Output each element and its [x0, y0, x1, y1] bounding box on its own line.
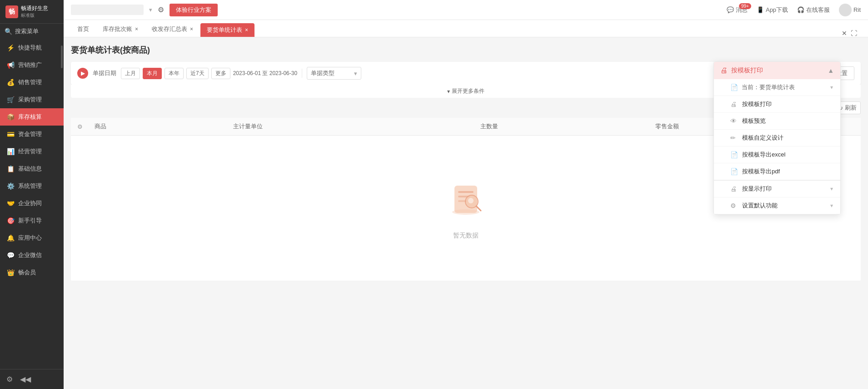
sidebar-item-sales[interactable]: 💰 销售管理 [0, 74, 64, 91]
gear-icon[interactable]: ⚙ [77, 123, 83, 130]
trial-button[interactable]: 体验行业方案 [170, 4, 218, 16]
template-print-item[interactable]: 🖨 按模板打印 [714, 96, 840, 113]
user-avatar-icon [839, 4, 852, 16]
logo-icon: 畅 [5, 5, 18, 18]
sidebar-item-cooperation[interactable]: 🤝 企业协同 [0, 195, 64, 212]
tab-collapse-icon[interactable]: ✕ [842, 30, 847, 37]
template-export-pdf-item[interactable]: 📄 按模板导出pdf [714, 163, 840, 180]
date-btn-this-month[interactable]: 本月 [143, 68, 162, 79]
system-icon: ⚙️ [6, 182, 15, 190]
online-service-label: 在线客服 [806, 6, 830, 14]
svg-point-7 [468, 198, 474, 203]
date-range-display: 2023-06-01 至 2023-06-30 [233, 70, 297, 77]
chevron-down-icon: ▾ [830, 84, 833, 91]
basic-icon: 📋 [6, 165, 15, 173]
sales-icon: 💰 [6, 78, 15, 86]
order-type-select[interactable]: 单据类型 ▾ [307, 67, 361, 80]
chevron-down-icon: ▾ [149, 6, 152, 13]
topbar-gear-icon[interactable]: ⚙ [158, 5, 164, 14]
col-unit: 主计量单位 [228, 118, 475, 136]
logo-text: 畅通好生意 标准版 [21, 5, 48, 19]
tab-receipt-summary-close[interactable]: × [190, 26, 193, 32]
sidebar-item-quick-nav[interactable]: ⚡ 快捷导航 [0, 39, 64, 56]
sidebar-item-basic[interactable]: 📋 基础信息 [0, 160, 64, 177]
sidebar-item-wechat[interactable]: 💬 企业微信 [0, 247, 64, 264]
date-btn-7days[interactable]: 近7天 [186, 68, 209, 79]
pdf-icon: 📄 [730, 168, 738, 175]
logo-name: 畅通好生意 [21, 5, 48, 12]
template-export-excel-item[interactable]: 📄 按模板导出excel [714, 147, 840, 163]
sidebar-item-label: 销售管理 [18, 78, 42, 86]
order-type-label: 单据类型 [311, 69, 334, 77]
chevron-right-icon2: ▾ [830, 202, 833, 209]
expand-icon: ▾ [447, 88, 450, 95]
finance-icon: 💳 [6, 130, 15, 138]
page-content: 要货单统计表(按商品) ▶ 单据日期 上月 本月 本年 近7天 更多 2023-… [64, 37, 868, 389]
marketing-icon: 📢 [6, 61, 15, 69]
tab-batch-account-close[interactable]: × [135, 26, 138, 32]
messages-button[interactable]: 💬 消息 99+ [727, 6, 748, 14]
tab-expand-icon[interactable]: ⛶ [851, 30, 857, 37]
dropdown-close-icon[interactable]: ▲ [828, 67, 834, 74]
appstore-icon: 🔔 [6, 234, 15, 242]
sidebar-item-system[interactable]: ⚙️ 系统管理 [0, 177, 64, 195]
sidebar-bottom: ⚙ ◀◀ [0, 369, 64, 389]
tab-order-stats-close[interactable]: × [245, 27, 248, 33]
display-print-item[interactable]: 🖨 按显示打印 ▾ [714, 181, 840, 197]
member-icon: 👑 [6, 268, 15, 277]
template-custom-label: 模板自定义设计 [742, 134, 783, 142]
topbar-dropdown[interactable]: ▾ [149, 6, 152, 13]
date-btn-last-month[interactable]: 上月 [121, 68, 140, 79]
sidebar-nav: ⚡ 快捷导航 📢 营销推广 💰 销售管理 🛒 采购管理 📦 库存核算 💳 资金管… [0, 39, 64, 369]
expand-more-button[interactable]: ▾ 展开更多条件 [447, 87, 484, 95]
operation-icon: 📊 [6, 147, 15, 156]
settings-icon[interactable]: ⚙ [6, 375, 13, 384]
tab-order-stats[interactable]: 要货单统计表 × [200, 23, 254, 37]
tab-home[interactable]: 首页 [71, 22, 95, 37]
tab-batch-account[interactable]: 库存批次账 × [96, 22, 145, 37]
sidebar-item-label: 快捷导航 [18, 44, 42, 52]
expand-more-label: 展开更多条件 [452, 87, 484, 95]
sidebar-item-marketing[interactable]: 📢 营销推广 [0, 56, 64, 74]
date-btn-more[interactable]: 更多 [211, 68, 230, 79]
date-options: 上月 本月 本年 近7天 更多 2023-06-01 至 2023-06-30 [121, 68, 297, 79]
sidebar-item-label: 企业微信 [18, 251, 42, 259]
template-icon: 📄 [730, 84, 738, 91]
empty-icon [445, 177, 486, 226]
sidebar-search-label: 搜索菜单 [15, 27, 39, 35]
app-download-button[interactable]: 📱 App下载 [757, 6, 788, 14]
topbar-search-input[interactable] [71, 5, 144, 15]
sidebar-item-finance[interactable]: 💳 资金管理 [0, 126, 64, 143]
sidebar-item-member[interactable]: 👑 畅会员 [0, 264, 64, 281]
sidebar-search-item[interactable]: 🔍 搜索菜单 [0, 24, 64, 39]
online-service-button[interactable]: 🎧 在线客服 [797, 6, 830, 14]
sidebar-item-operation[interactable]: 📊 经营管理 [0, 143, 64, 160]
sidebar-item-purchase[interactable]: 🛒 采购管理 [0, 91, 64, 108]
sidebar-item-guide[interactable]: 🎯 新手引导 [0, 212, 64, 229]
sidebar-item-appstore[interactable]: 🔔 应用中心 [0, 229, 64, 247]
template-custom-item[interactable]: ✏ 模板自定义设计 [714, 130, 840, 147]
sidebar-item-inventory[interactable]: 📦 库存核算 [0, 108, 64, 126]
svg-rect-2 [458, 191, 474, 193]
dropdown-section-main: 🖨 按模板打印 👁 模板预览 ✏ 模板自定义设计 📄 按模板导出excel 📄 [714, 96, 840, 181]
display-print-icon: 🖨 [730, 185, 738, 192]
empty-text: 暂无数据 [453, 232, 479, 240]
sidebar-item-label: 基础信息 [18, 165, 42, 173]
template-export-excel-label: 按模板导出excel [742, 151, 785, 159]
user-avatar[interactable]: Rit [839, 4, 861, 16]
set-default-item[interactable]: ⚙ 设置默认功能 ▾ [714, 197, 840, 214]
inventory-icon: 📦 [6, 113, 15, 121]
filter-expand-button[interactable]: ▶ [77, 68, 88, 79]
custom-icon: ✏ [730, 134, 738, 141]
chevron-icon: ▶ [81, 70, 85, 76]
tab-receipt-summary[interactable]: 收发存汇总表 × [145, 22, 200, 37]
sidebar-item-label: 采购管理 [18, 96, 42, 104]
audio-icon[interactable]: ◀◀ [20, 375, 31, 384]
current-template-item[interactable]: 📄 当前：要货单统计表 ▾ [714, 79, 840, 96]
messages-badge: 99+ [739, 3, 751, 9]
service-icon: 🎧 [797, 6, 804, 13]
date-btn-this-year[interactable]: 本年 [165, 68, 184, 79]
template-preview-item[interactable]: 👁 模板预览 [714, 113, 840, 130]
sidebar-item-label: 经营管理 [18, 147, 42, 156]
tab-receipt-summary-label: 收发存汇总表 [152, 25, 187, 33]
